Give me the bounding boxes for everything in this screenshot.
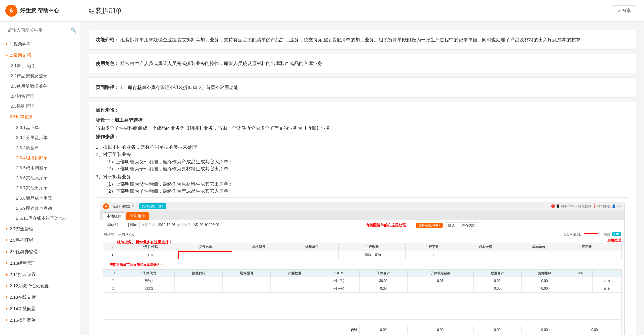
plus-icon-2.7: + — [5, 227, 8, 231]
sidebar-item-2.12[interactable]: + 2.12系统个性化设置 — [0, 280, 80, 292]
mock-sub-td-op1: ⊕ ⊗ — [593, 277, 622, 285]
mock-annotation2: 组装业务、拆卸业务在这里选择 ↑ — [117, 240, 172, 245]
sidebar-item-2.6.9[interactable]: 2.6.9库存账本查询 — [0, 203, 80, 213]
mock-sub-td-bom1: (件+子) — [318, 277, 360, 285]
mock-btn-save[interactable]: 保存关闭 — [459, 222, 478, 228]
nav-section: + 1.视频学习 − 2.帮助文档 2.1新手入门 2.2产品安装及登录 2.3… — [0, 38, 80, 327]
mock-switch-label: 启用: — [604, 232, 611, 236]
sidebar-item-2.6.6[interactable]: 2.6.6其他入库单 — [0, 173, 80, 183]
sidebar-item-2.6[interactable]: − 2.6库存核算 — [0, 111, 80, 123]
mock-docno-val: AD-20191226-001 — [194, 223, 221, 227]
mock-th-op — [608, 243, 622, 251]
mock-td-seq: 1 — [103, 251, 122, 259]
sidebar-item-2.6.8[interactable]: 2.6.8商品成本重算 — [0, 193, 80, 203]
sidebar-item-2.6.10[interactable]: 2.6.10库存账本错了怎么办 — [0, 213, 80, 223]
mock-sub-td-qty1 — [270, 277, 318, 285]
mock-sub-th-spec: 规格型号 — [222, 269, 270, 277]
mock-td-op — [608, 251, 622, 259]
sub-table-row-5 — [103, 306, 622, 313]
plus-icon-2.8: + — [5, 238, 8, 243]
mock-bom-input[interactable] — [584, 233, 598, 235]
sidebar-item-2.6.2[interactable]: 2.6.2分量盘点单 — [0, 133, 80, 143]
sidebar-item-2.6.3[interactable]: 2.6.3调拨单 — [0, 143, 80, 153]
mock-sub-td-dis1: 0.00 — [521, 277, 568, 285]
mock-sub-td-total1: 30.00 — [360, 277, 408, 285]
mock-th-prod-qty: 生产数量 — [338, 243, 405, 251]
sub-table-row-7 — [103, 319, 622, 326]
sidebar-item-2.8[interactable]: + 2.8手机旺铺 — [0, 235, 80, 246]
path-text: 1、库存核算->库存管理->组装拆卸单 2、首页->常用功能 — [120, 85, 238, 90]
sidebar-item-2.9[interactable]: + 2.9优惠券管理 — [0, 246, 80, 258]
mock-td-spec — [232, 251, 285, 259]
sidebar-item-2.3[interactable]: 2.3使用前数据准备 — [0, 81, 80, 91]
mock-td-name — [179, 251, 232, 259]
mock-sub-td-check2: ☐ — [103, 285, 123, 292]
mock-btn-chaijie[interactable]: | 拆卸 — [125, 222, 140, 228]
mock-tab-bar: 本地组件 新影组件 — [100, 211, 624, 220]
search-box[interactable]: 🔍 — [4, 25, 76, 35]
path-card: 页面路径： 1、库存核算->库存管理->组装拆卸单 2、首页->常用功能 — [89, 77, 636, 97]
sidebar-item-2.13[interactable]: + 2.13在线支付 — [0, 292, 80, 303]
sidebar-item-2.5[interactable]: 2.5采购管理 — [0, 101, 80, 111]
mock-btn-zuzhuang[interactable]: 本地组件 — [104, 222, 123, 228]
step-3-sub1: （1）上部明细为父件明细，最终作为原材料生成其它出库单； — [96, 181, 629, 187]
sidebar-item-2.4[interactable]: 2.4销售管理 — [0, 91, 80, 101]
sidebar-item-2.11[interactable]: + 2.11打印设置 — [0, 269, 80, 280]
mock-tab-new: 新影组件 — [126, 212, 149, 220]
sidebar-item-2.14[interactable]: + 2.14常见问题 — [0, 303, 80, 315]
mock-btn-confirm[interactable]: 确认 — [445, 222, 458, 228]
mock-main-table-area: # *父件代码 父件名称 规格型号 计量单位 生产数量 生产下数 成本金额 成本… — [100, 239, 624, 261]
screenshot-container: 6 TEST-H002 ▾ | 同期辅助工作▾ 🔴 📱 AppTool 🛡 粒粒… — [96, 197, 629, 335]
sidebar-item-docs[interactable]: − 2.帮助文档 — [0, 50, 80, 61]
mock-td-avail — [565, 251, 608, 259]
mock-th-name: 父件名称 — [179, 243, 232, 251]
mock-sub-td-code2: 组装2 — [123, 285, 174, 292]
mock-sub-td-spec1 — [222, 277, 270, 285]
mock-td-prodsub: 1.00 — [406, 251, 459, 259]
mock-label-date: 单据日期: — [142, 223, 156, 227]
sidebar-item-video[interactable]: + 1.视频学习 — [0, 38, 80, 50]
mock-sub-th-qtysum: 数量合计 — [473, 269, 521, 277]
sidebar: 6 好生意 帮助中心 🔍 + 1.视频学习 − 2.帮助文档 2.1新手入门 2… — [0, 0, 80, 335]
mock-sub-td-alt2 — [174, 285, 222, 292]
step-2-sub1: （1）上部明细为父件明细，最终作为产成品生成其它入库单； — [96, 159, 629, 165]
sidebar-item-2.7[interactable]: + 2.7资金管理 — [0, 223, 80, 235]
share-button[interactable]: ↗ 分享 — [612, 5, 636, 16]
mock-sub-th-op — [593, 269, 622, 277]
mock-form-val1: 人均 3.2元 — [118, 232, 134, 237]
mock-sub-td-qty2 — [270, 285, 318, 292]
search-input[interactable] — [4, 25, 67, 35]
sidebar-item-2.1[interactable]: 2.1新手入门 — [0, 61, 80, 71]
search-button[interactable]: 🔍 — [67, 25, 76, 35]
app-title: 好生意 帮助中心 — [20, 7, 59, 14]
main-header: 组装拆卸单 ↗ 分享 — [80, 0, 644, 22]
mock-btn-choose[interactable]: 选择装配清单▾ — [416, 223, 443, 228]
mock-dropdown-icon: ▾ — [132, 204, 134, 208]
content-area: 功能介绍： 组装拆卸单用来处理企业组装或拆卸等加工业务，支持有固定装配清单的产品… — [80, 22, 644, 335]
mock-app-id: TEST-H002 — [111, 204, 130, 208]
mock-sub-td-qsum2: 0.00 — [473, 285, 521, 292]
step-3-sub2: （2）下部明细为子件明细，最终作为产成品生成其它入库单。 — [96, 188, 629, 194]
mock-sub-th-check: ☐ — [103, 269, 123, 277]
mock-sub-td-bom2: (件+子) — [318, 285, 360, 292]
mock-sub-td-pct2 — [568, 285, 593, 292]
sidebar-item-2.2[interactable]: 2.2产品安装及登录 — [0, 71, 80, 81]
arrow-up-icon: ↑ — [170, 240, 172, 244]
func-intro-card: 功能介绍： 组装拆卸单用来处理企业组装或拆卸等加工业务，支持有固定装配清单的产品… — [89, 30, 636, 50]
table-row: 1 关克 10份(+10%) 1.00 — [103, 251, 622, 259]
mock-sub-td-pct1 — [568, 277, 593, 285]
sidebar-item-2.15[interactable]: + 2.15操作案例 — [0, 315, 80, 326]
func-intro-label: 功能介绍： — [96, 37, 119, 42]
mock-td-unit — [285, 251, 339, 259]
sidebar-item-2.6.5[interactable]: 2.6.5成本调整单 — [0, 163, 80, 173]
sidebar-item-2.6.4[interactable]: 2.6.4组装拆卸单 — [0, 153, 80, 163]
path-label: 页面路径： — [96, 85, 119, 90]
minus-icon: − — [5, 53, 8, 58]
mock-sub-td-op2: ⊕ ⊗ — [593, 285, 622, 292]
sidebar-item-2.6.7[interactable]: 2.6.7其他出库单 — [0, 183, 80, 193]
mock-date-val: 2019-12-26 — [158, 223, 175, 227]
sidebar-item-2.6.1[interactable]: 2.6.1盘点单 — [0, 123, 80, 133]
sidebar-item-2.10[interactable]: + 2.10经营管理 — [0, 258, 80, 269]
mock-footer-label: 合计 — [103, 326, 360, 334]
sub-table-row-2: ☐ 组装2 (件+子) 0.00 0.00 0.00 — [103, 285, 622, 292]
